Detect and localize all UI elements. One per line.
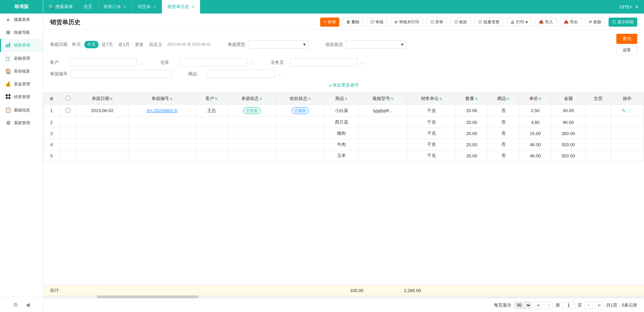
audit-button[interactable]: ◎ 审核 (367, 18, 387, 27)
sort-icon[interactable]: ⇅ (507, 97, 509, 101)
date-today[interactable]: 今天 (84, 41, 99, 48)
receive-button[interactable]: ◎ 收款 (450, 18, 471, 27)
sort-icon[interactable]: ⇅ (439, 97, 442, 101)
horizontal-scrollbar[interactable] (43, 295, 644, 298)
docno-input[interactable] (70, 70, 171, 78)
sidebar-collapse-icon[interactable]: ◀ (23, 300, 32, 309)
main-area: 🔍 搜索菜单 首页 销售订单 ✕ 销货单 ✕ 销货单历史 ✕ OfTEn ✕ (43, 0, 644, 312)
row-checkbox[interactable] (60, 117, 77, 128)
payment-select[interactable]: ▾ (346, 40, 407, 49)
date-7days[interactable]: 近7天 (100, 41, 115, 48)
prev-page-button[interactable]: ‹ (545, 301, 553, 309)
edit-icon[interactable]: ✎ (622, 108, 626, 113)
add-button[interactable]: + 新增 (320, 18, 339, 27)
customer-input[interactable] (69, 58, 137, 67)
sidebar-item-label: 系统管理 (14, 120, 30, 126)
col-payment-status: 收款状态⇅ (276, 93, 325, 105)
topbar-search[interactable]: 🔍 搜索菜单 (43, 4, 78, 10)
collapse-button[interactable]: ∧ 收起更多条件 (329, 82, 359, 88)
row-amount: 50.00 (551, 105, 586, 117)
sort-icon[interactable]: ⇅ (345, 97, 347, 101)
tab-sales-order[interactable]: 销售订单 ✕ (98, 0, 132, 14)
sidebar-item-system-mgmt[interactable]: ⚙ 系统管理 (0, 116, 43, 129)
date-1month[interactable]: 近1月 (116, 41, 132, 48)
export-button[interactable]: 📤 导出 (560, 18, 582, 27)
row-unit-price: 46.00 (520, 139, 551, 150)
sidebar-item-purchase-mgmt[interactable]: 🛒 采购管理 (0, 52, 43, 65)
staff-input[interactable] (290, 58, 358, 67)
audit-print-button[interactable]: ⊜ 审核并打印 (391, 18, 423, 27)
tab-home[interactable]: 首页 (78, 0, 98, 14)
row-checkbox[interactable] (60, 105, 77, 117)
delete-button[interactable]: 🗑 删除 (343, 18, 363, 27)
refresh-button[interactable]: ⟳ 刷新 (585, 18, 605, 27)
print-button[interactable]: 🖨 🖨 打印 打印 ▾ (507, 18, 532, 27)
col-checkbox[interactable] (60, 93, 77, 105)
row-unit: 千克 (407, 117, 456, 128)
settings-button[interactable]: 设置 (616, 45, 637, 55)
doc-no-link[interactable]: SA-20230602-0 (146, 108, 177, 113)
chevron-up-icon: ∧ (329, 83, 332, 88)
date-yesterday[interactable]: 昨天 (70, 41, 83, 48)
row-goods: 小白菜 (325, 105, 358, 117)
import-button[interactable]: 📥 导入 (535, 18, 557, 27)
date-more[interactable]: 更多 (133, 41, 146, 48)
row-customer (196, 150, 227, 161)
date-filter-label: 单据日期 (50, 42, 67, 48)
sidebar-item-basic-info[interactable]: 📋 基础信息 (0, 104, 43, 116)
date-custom[interactable]: 自定义 (147, 41, 164, 48)
page-number-input[interactable] (563, 302, 575, 309)
next-page-button[interactable]: › (585, 301, 593, 309)
row-checkbox[interactable] (60, 139, 77, 150)
sort-icon[interactable]: ⇅ (539, 97, 541, 101)
goods-ellipsis[interactable]: ... (278, 72, 282, 77)
row-checkbox[interactable] (60, 150, 77, 161)
tab-sales-goods[interactable]: 销货单 ✕ (132, 0, 162, 14)
warehouse-input[interactable] (180, 58, 247, 67)
select-all-checkbox[interactable] (66, 96, 70, 100)
customer-ellipsis[interactable]: ... (140, 60, 143, 65)
last-page-button[interactable]: ⊳ (595, 301, 604, 309)
sidebar-item-sales-mgmt[interactable]: 销售管理 (0, 39, 43, 52)
sort-icon[interactable]: ⇅ (308, 97, 311, 101)
row-payment-status: 已收款 (276, 105, 325, 117)
tab-close-icon[interactable]: ✕ (191, 4, 195, 9)
row-checkbox[interactable] (60, 128, 77, 139)
sidebar-item-label: 销售管理 (14, 43, 30, 48)
goods-input[interactable] (208, 70, 275, 78)
table-body: 1 2023-06-02 SA-20230602-0 王总 已生效 已收款 小白… (44, 105, 644, 161)
col-settings[interactable]: ⚙ (44, 93, 60, 105)
show-details-button[interactable]: 🗒 显示明细 (609, 18, 637, 27)
sidebar-item-inventory-calc[interactable]: 🏠 库存核算 (0, 65, 43, 78)
doc-type-filter-group: 单据类型 ▾ (228, 40, 309, 49)
sidebar-item-search-menu[interactable]: ≡ 搜索菜单 (0, 14, 43, 26)
sidebar-item-finance-mgmt[interactable]: 💰 资金管理 (0, 78, 43, 90)
tab-close-icon[interactable]: ✕ (153, 4, 156, 9)
sort-icon[interactable]: ⇅ (391, 97, 393, 101)
doc-icon: 📋 (5, 107, 11, 113)
per-page-select[interactable]: 50 10 20 100 (514, 302, 531, 309)
sort-icon[interactable]: ⇅ (215, 97, 218, 101)
topbar-close-btn[interactable]: ✕ (635, 4, 639, 9)
more-icon[interactable]: ⋮ (628, 108, 633, 113)
sort-icon[interactable]: ⇅ (475, 97, 478, 101)
toolbar: + 新增 🗑 删除 ◎ 审核 ⊜ 审核并打印 ◎ 弃审 ◎ 收款 ◎ 批量变更 … (320, 18, 637, 27)
abandon-button[interactable]: ◎ 弃审 (426, 18, 447, 27)
tab-close-icon[interactable]: ✕ (123, 4, 127, 9)
sidebar-item-operation-mgmt[interactable]: 经营管理 (0, 90, 43, 104)
row-doc-date (77, 150, 128, 161)
sort-icon[interactable]: ⇅ (259, 97, 262, 101)
warehouse-ellipsis[interactable]: ... (250, 60, 254, 65)
sidebar-settings-icon[interactable]: ⚙ (11, 300, 20, 309)
tab-sales-history[interactable]: 销货单历史 ✕ (162, 0, 200, 14)
query-button[interactable]: 查询 (616, 34, 637, 44)
scrollbar-thumb[interactable] (97, 295, 198, 298)
sort-icon[interactable]: ⇅ (110, 97, 113, 101)
doc-type-select[interactable]: ▾ (248, 40, 309, 49)
staff-ellipsis[interactable]: ... (360, 60, 364, 65)
batch-change-button[interactable]: ◎ 批量变更 (474, 18, 503, 27)
sidebar-item-quick-nav[interactable]: ⊞ 快捷导航 (0, 26, 43, 39)
topbar: 🔍 搜索菜单 首页 销售订单 ✕ 销货单 ✕ 销货单历史 ✕ OfTEn ✕ (43, 0, 644, 14)
first-page-button[interactable]: ⊲ (534, 301, 542, 309)
sort-icon[interactable]: ⇅ (170, 97, 172, 101)
